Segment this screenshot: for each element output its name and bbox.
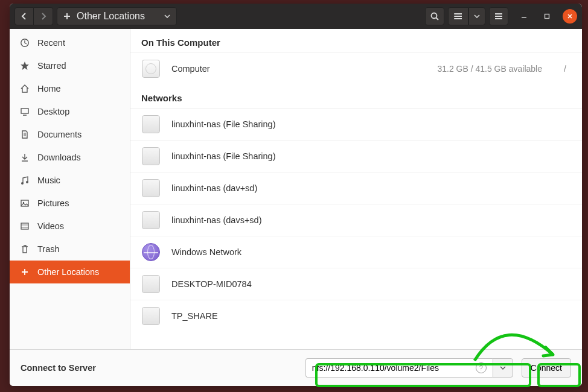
connect-bar: Connect to Server ? Connect — [10, 349, 582, 386]
row-label: linuxhint-nas (File Sharing) — [171, 119, 571, 129]
content-area: On This Computer Computer 31.2 GB / 41.5… — [130, 29, 582, 349]
netdrive-icon — [141, 306, 161, 326]
section-networks: Networks — [130, 84, 582, 108]
row-network-item[interactable]: TP_SHARE — [130, 300, 582, 332]
row-network-item[interactable]: linuxhint-nas (dav+sd) — [130, 172, 582, 204]
globe-icon — [141, 242, 161, 262]
chevron-down-icon — [164, 14, 170, 18]
svg-line-1 — [436, 18, 439, 21]
sidebar-item-starred[interactable]: Starred — [10, 54, 130, 77]
body: Recent Starred Home Desktop Documents Do… — [10, 29, 582, 349]
sidebar-item-documents[interactable]: Documents — [10, 123, 130, 146]
server-address-input[interactable] — [305, 358, 493, 378]
svg-point-2 — [454, 13, 455, 14]
sidebar-item-label: Downloads — [37, 153, 81, 162]
pathbar[interactable]: Other Locations — [57, 7, 177, 25]
server-history-dropdown[interactable] — [493, 358, 513, 378]
downloads-icon — [19, 152, 30, 163]
view-group — [448, 7, 485, 25]
sidebar-item-label: Pictures — [37, 198, 69, 208]
netdrive-icon — [141, 210, 161, 230]
row-label: Computer — [171, 64, 426, 74]
maximize-button[interactable] — [540, 9, 554, 24]
search-button[interactable] — [425, 7, 444, 25]
chevron-down-icon — [500, 366, 506, 370]
list-view-button[interactable] — [448, 7, 468, 25]
chevron-right-icon — [40, 13, 46, 20]
pathbar-label: Other Locations — [77, 11, 145, 22]
svg-point-0 — [432, 13, 437, 19]
row-label: linuxhint-nas (dav+sd) — [171, 183, 571, 193]
sidebar: Recent Starred Home Desktop Documents Do… — [10, 29, 130, 349]
sidebar-item-label: Documents — [37, 130, 81, 139]
sidebar-item-label: Recent — [37, 38, 65, 48]
sidebar-item-recent[interactable]: Recent — [10, 31, 130, 54]
sidebar-item-label: Home — [37, 84, 61, 93]
chevron-left-icon — [21, 13, 27, 20]
svg-rect-14 — [21, 223, 28, 229]
view-dropdown-button[interactable] — [468, 7, 485, 25]
plus-icon — [63, 13, 71, 20]
row-network-item[interactable]: linuxhint-nas (davs+sd) — [130, 204, 582, 236]
sidebar-item-label: Trash — [37, 244, 60, 254]
sidebar-item-music[interactable]: Music — [10, 169, 130, 192]
minimize-icon — [521, 13, 527, 19]
row-windows-network[interactable]: Windows Network — [130, 236, 582, 268]
sidebar-item-desktop[interactable]: Desktop — [10, 100, 130, 123]
nav-group — [14, 7, 53, 25]
file-manager-window: Other Locations — [10, 4, 582, 386]
sidebar-item-downloads[interactable]: Downloads — [10, 146, 130, 169]
svg-point-10 — [21, 182, 24, 185]
row-label: TP_SHARE — [171, 311, 571, 321]
sidebar-item-label: Music — [37, 175, 60, 185]
connect-button[interactable]: Connect — [522, 358, 571, 378]
svg-rect-12 — [21, 200, 28, 206]
row-computer[interactable]: Computer 31.2 GB / 41.5 GB available / — [130, 52, 582, 84]
sidebar-item-home[interactable]: Home — [10, 77, 130, 100]
svg-point-3 — [454, 16, 455, 17]
close-button[interactable] — [563, 9, 577, 24]
star-icon — [19, 60, 30, 71]
row-network-item[interactable]: linuxhint-nas (File Sharing) — [130, 140, 582, 172]
svg-rect-6 — [545, 14, 549, 19]
headerbar: Other Locations — [10, 4, 582, 29]
row-label: linuxhint-nas (davs+sd) — [171, 215, 571, 225]
sidebar-item-label: Desktop — [37, 107, 69, 116]
netdrive-icon — [141, 179, 161, 198]
close-icon — [567, 13, 573, 19]
row-label: DESKTOP-MID0784 — [171, 279, 571, 289]
home-icon — [19, 83, 30, 94]
svg-rect-8 — [21, 109, 28, 113]
help-icon[interactable]: ? — [476, 362, 487, 373]
server-input-group: ? — [305, 358, 513, 378]
sidebar-item-pictures[interactable]: Pictures — [10, 192, 130, 215]
row-mount: / — [559, 64, 571, 74]
plus-icon — [19, 267, 30, 277]
row-network-item[interactable]: DESKTOP-MID0784 — [130, 268, 582, 300]
netdrive-icon — [141, 147, 161, 166]
sidebar-item-videos[interactable]: Videos — [10, 215, 130, 238]
search-icon — [430, 11, 439, 21]
minimize-button[interactable] — [517, 9, 531, 24]
svg-point-11 — [26, 181, 28, 183]
pictures-icon — [19, 198, 30, 209]
row-label: Windows Network — [171, 247, 571, 257]
forward-button[interactable] — [34, 7, 53, 25]
back-button[interactable] — [14, 7, 34, 25]
sidebar-item-other-locations[interactable]: Other Locations — [10, 261, 130, 283]
videos-icon — [19, 221, 30, 232]
maximize-icon — [544, 13, 550, 19]
trash-icon — [19, 244, 30, 254]
clock-icon — [19, 37, 30, 48]
documents-icon — [19, 129, 30, 140]
section-on-this-computer: On This Computer — [130, 29, 582, 52]
hamburger-button[interactable] — [489, 7, 508, 25]
hamburger-icon — [494, 13, 503, 20]
row-network-item[interactable]: linuxhint-nas (File Sharing) — [130, 108, 582, 140]
sidebar-item-label: Starred — [37, 61, 66, 71]
disk-icon — [141, 59, 161, 78]
netdrive-icon — [141, 115, 161, 134]
sidebar-item-trash[interactable]: Trash — [10, 238, 130, 261]
svg-point-4 — [454, 18, 455, 19]
desktop-icon — [19, 106, 30, 117]
